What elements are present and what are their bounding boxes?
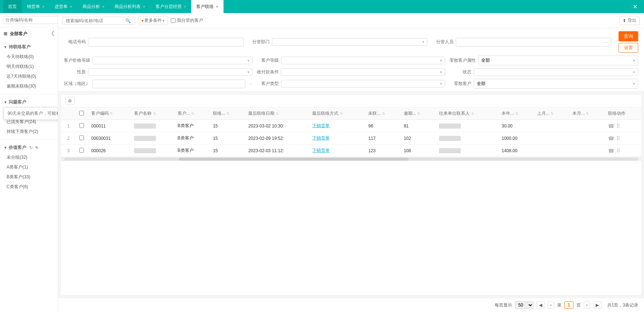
close-customer-link-tab[interactable]: ×	[216, 4, 218, 9]
tab-analysis-list[interactable]: 商品分析列表 ×	[109, 0, 150, 13]
tab-home[interactable]: 首页	[3, 0, 22, 13]
action-contact-icon-1[interactable]: ☎	[608, 135, 614, 141]
filter-dept-select[interactable]: ▾	[272, 38, 427, 46]
action-contact-icon-0[interactable]: ☎	[608, 123, 614, 129]
last-page-button[interactable]: ▶	[593, 301, 601, 309]
filter-price-level-label: 客户价格等级	[64, 57, 90, 64]
per-page-select[interactable]: 50 100	[515, 301, 534, 309]
filter-region-input[interactable]	[92, 80, 245, 88]
sidebar-lost-title[interactable]: ▼ 问题客户	[0, 97, 58, 107]
sidebar-collapse-button[interactable]: 《	[48, 30, 54, 38]
th-this-year[interactable]: 本年... ⇅	[498, 108, 533, 120]
action-more-icon-0[interactable]: ⠿	[616, 123, 620, 129]
th-name[interactable]: 客户名称 ⇅	[130, 108, 174, 120]
setting-button[interactable]: 设置	[619, 43, 638, 53]
my-customers-checkbox[interactable]: 我分管的客户	[171, 17, 203, 24]
search-submit-icon[interactable]: 🔍	[125, 18, 131, 23]
sidebar-item-7days[interactable]: 近7天待联络(0)	[0, 72, 58, 81]
filter-phone-input[interactable]	[88, 38, 243, 46]
th-last-contact-method[interactable]: 最后联络方式 ⇅	[309, 108, 365, 120]
scrollbar-thumb[interactable]	[179, 158, 408, 161]
unit-sort-icon: ⇅	[471, 112, 474, 116]
close-purchase-tab[interactable]: ×	[70, 4, 72, 9]
prev-page-button[interactable]: ‹	[548, 301, 554, 309]
filter-actions: 查询 设置	[619, 31, 638, 53]
action-more-icon-2[interactable]: ⠿	[616, 148, 620, 154]
more-icon[interactable]: ···	[604, 40, 608, 45]
th-code[interactable]: 客户编码 ⇅	[88, 108, 130, 120]
next-page-button[interactable]: ›	[584, 301, 590, 309]
row-checkbox-1[interactable]	[79, 135, 84, 140]
sidebar-value-title[interactable]: ▼ 价值客户 ↻ ✎	[0, 143, 58, 153]
more-conditions-button[interactable]: ▾ 更多条件 ▾	[138, 16, 168, 25]
th-this-month[interactable]: 本月... ⇅	[569, 108, 604, 120]
th-contact[interactable]: 联络... ⇅	[209, 108, 245, 120]
sidebar-item-tomorrow[interactable]: 明天待联络(1)	[0, 62, 58, 72]
window-close-button[interactable]: ✕	[629, 3, 641, 10]
filter-payment-select[interactable]: ▾	[281, 68, 446, 76]
table-header-row: 客户编码 ⇅ 客户名称 ⇅ 客户... ⇅ 联络...	[61, 108, 641, 120]
th-overdue[interactable]: 逾期... ⇅	[400, 108, 435, 120]
query-button[interactable]: 查询	[619, 31, 638, 41]
lmonth-sort-icon: ⇅	[551, 112, 554, 116]
last-method-link-1[interactable]: 下销货单	[312, 135, 330, 141]
cell-checkbox-1[interactable]	[76, 132, 88, 145]
filter-customer-level-select[interactable]: ▾	[281, 57, 446, 64]
sidebar-item-today[interactable]: 今天待联络(0)	[0, 52, 58, 62]
tab-purchase[interactable]: 进货单 ×	[49, 0, 77, 13]
horizontal-scrollbar[interactable]	[61, 157, 641, 161]
cell-type-1: B类客户	[174, 132, 209, 145]
cell-overdue-2: 108	[400, 145, 435, 157]
th-uncontacted[interactable]: 未联... ⇅	[365, 108, 400, 120]
last-method-link-0[interactable]: 下销货单	[312, 123, 330, 128]
current-page-number[interactable]: 1	[564, 301, 573, 309]
export-button[interactable]: ⬆ 导出	[619, 16, 640, 25]
sidebar-item-b-class[interactable]: B类客户(33)	[0, 172, 58, 182]
cell-last-month-2	[534, 145, 569, 157]
tab-sales[interactable]: 销货单 ×	[22, 0, 49, 13]
edit-icon[interactable]: ✎	[35, 145, 39, 150]
row-checkbox-0[interactable]	[79, 123, 84, 128]
filter-nature-select[interactable]: ▾	[88, 68, 253, 76]
row-checkbox-2[interactable]	[79, 148, 84, 153]
close-analysis-list-tab[interactable]: ×	[143, 4, 145, 9]
search-input-wrap[interactable]: 🔍	[63, 17, 135, 25]
last-method-link-2[interactable]: 下销货单	[312, 148, 330, 153]
cell-checkbox-2[interactable]	[76, 145, 88, 157]
search-input[interactable]	[66, 18, 124, 23]
select-all-checkbox[interactable]	[79, 111, 84, 116]
th-type[interactable]: 客户... ⇅	[174, 108, 209, 120]
refresh-icon[interactable]: ↻	[29, 145, 33, 150]
sidebar-pending-title[interactable]: ▼ 待联络客户	[0, 42, 58, 52]
region-more-icon[interactable]: ···	[249, 81, 253, 86]
sidebar-item-ungrouped[interactable]: 未分组(32)	[0, 153, 58, 162]
my-customers-check[interactable]	[171, 18, 176, 23]
sidebar-item-a-class[interactable]: A类客户(1)	[0, 162, 58, 172]
lost-arrow-icon: ▼	[4, 100, 7, 104]
sidebar-item-declining[interactable]: 持续下滑客户(2)	[0, 127, 58, 137]
close-customer-tier-tab[interactable]: ×	[184, 4, 186, 9]
cell-checkbox-0[interactable]	[76, 120, 88, 132]
tab-customer-tier[interactable]: 客户分层经营 ×	[150, 0, 191, 13]
action-contact-icon-2[interactable]: ☎	[608, 148, 614, 154]
sidebar-item-c-class[interactable]: C类客户(6)	[0, 182, 58, 192]
close-sales-tab[interactable]: ×	[42, 4, 44, 9]
first-page-button[interactable]: ◀	[536, 301, 545, 309]
th-unit-contact[interactable]: 往来单位联系人 ⇅	[435, 108, 498, 120]
sidebar-all-customers-title[interactable]: ⊞ 全部客户 《	[0, 27, 58, 41]
table-gear-button[interactable]: ⚙	[65, 97, 75, 105]
close-analysis-tab[interactable]: ×	[102, 4, 104, 9]
action-more-icon-1[interactable]: ⠿	[616, 135, 620, 141]
filter-zero-attr-select[interactable]: 全部 ▾	[478, 56, 638, 65]
tab-analysis[interactable]: 商品分析 ×	[77, 0, 109, 13]
sidebar-search-input[interactable]	[3, 16, 58, 24]
th-last-month[interactable]: 上月... ⇅	[534, 108, 569, 120]
th-last-contact-date[interactable]: 最后联络日期 ⇅	[245, 108, 309, 120]
sidebar-item-overdue[interactable]: 逾期未联络(30)	[0, 81, 58, 91]
filter-zero-cust-select[interactable]: 全部 ▾	[474, 79, 638, 89]
filter-person-select[interactable]: ···	[456, 38, 611, 46]
tab-customer-link[interactable]: 客户联络 ×	[191, 0, 223, 13]
filter-price-level-select[interactable]: ▾	[92, 57, 253, 64]
filter-ctype-select[interactable]: ▾	[281, 80, 446, 88]
filter-status-select[interactable]: ▾	[474, 68, 638, 76]
